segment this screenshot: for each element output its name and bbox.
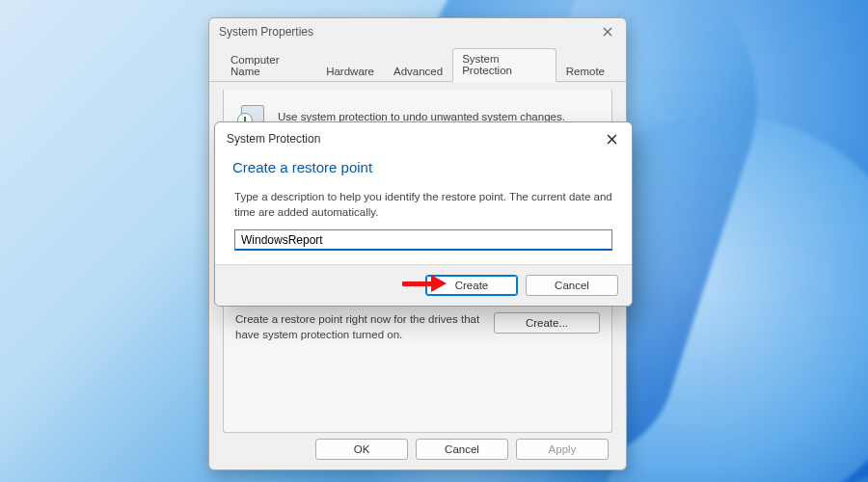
modal-body-text: Type a description to help you identify …: [215, 179, 632, 224]
create-restore-point-button[interactable]: Create...: [494, 312, 600, 334]
tabstrip: Computer Name Hardware Advanced System P…: [209, 47, 626, 82]
close-icon[interactable]: [599, 23, 616, 40]
window-title: System Properties: [219, 25, 313, 39]
modal-heading: Create a restore point: [215, 149, 632, 179]
tab-system-protection[interactable]: System Protection: [452, 48, 556, 82]
tab-computer-name[interactable]: Computer Name: [221, 49, 316, 82]
titlebar[interactable]: System Properties: [209, 18, 626, 45]
apply-button[interactable]: Apply: [516, 439, 609, 460]
cancel-button[interactable]: Cancel: [416, 439, 508, 460]
close-icon[interactable]: [603, 130, 620, 147]
restore-point-description-input[interactable]: [234, 229, 612, 251]
modal-footer: Create Cancel: [215, 264, 632, 306]
create-restore-point-dialog: System Protection Create a restore point…: [214, 121, 633, 307]
create-description: Create a restore point right now for the…: [235, 312, 480, 342]
tab-advanced[interactable]: Advanced: [384, 61, 452, 82]
ok-button[interactable]: OK: [315, 439, 408, 460]
cancel-button[interactable]: Cancel: [526, 275, 618, 296]
modal-titlebar[interactable]: System Protection: [215, 122, 632, 149]
create-button[interactable]: Create: [425, 275, 518, 296]
tab-hardware[interactable]: Hardware: [316, 61, 384, 82]
modal-title: System Protection: [227, 132, 320, 146]
dialog-footer: OK Cancel Apply: [315, 439, 609, 460]
tab-remote[interactable]: Remote: [556, 61, 614, 82]
